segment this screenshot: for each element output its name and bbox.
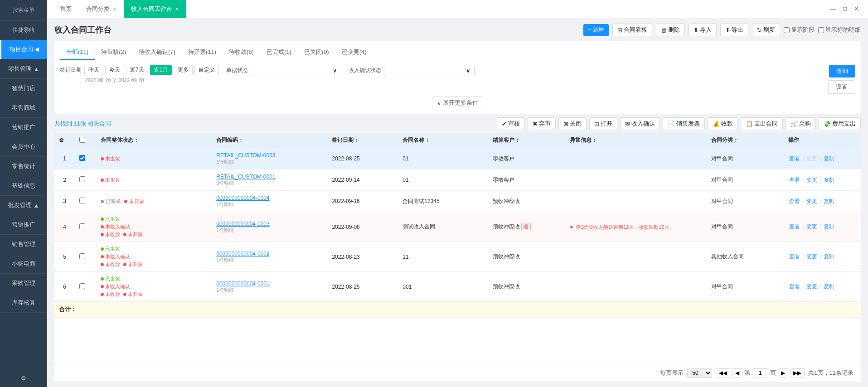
sidebar-item-marketing2[interactable]: 营销推广 (0, 215, 47, 235)
sidebar-item-marketing[interactable]: 营销推广 (0, 118, 47, 137)
cell-checkbox[interactable] (75, 169, 96, 191)
action-receipt[interactable]: 💰 收款 (708, 117, 738, 130)
sidebar-item-batch-mgmt[interactable]: 批发管理 ▲ (0, 196, 47, 215)
op-copy[interactable]: 复制 (824, 155, 834, 162)
op-view[interactable]: 查看 (789, 283, 800, 290)
expand-conditions-button[interactable]: ∨ 展开更多条件 (432, 97, 483, 109)
sidebar-item-inventory[interactable]: 库存核算 (0, 293, 47, 313)
sidebar-item-purchase[interactable]: 采购管理 (0, 274, 47, 293)
tab-income-workbench-close[interactable]: ✕ (175, 0, 179, 18)
action-close[interactable]: ⊠ 关闭 (558, 117, 587, 130)
doc-status-select[interactable]: ∨ (251, 65, 341, 76)
date-btn-last1m[interactable]: 近1月 (150, 65, 172, 75)
action-expense-out2[interactable]: 💸 费用支出 (819, 117, 861, 130)
action-open[interactable]: ⊡ 打开 (589, 117, 617, 130)
sidebar-item-retail-mgmt[interactable]: 零售管理 ▲ (0, 59, 47, 79)
new-button[interactable]: + 新增 (583, 24, 609, 36)
status-tab-completed[interactable]: 已完成(1) (260, 45, 298, 60)
row-checkbox[interactable] (79, 176, 85, 182)
action-review[interactable]: ✔ 审核 (497, 117, 525, 130)
sidebar-item-project[interactable]: 项目合同 ◀ (0, 40, 47, 59)
row-checkbox[interactable] (79, 155, 85, 161)
op-view[interactable]: 查看 (789, 155, 800, 162)
action-abandon[interactable]: ✖ 弃审 (528, 117, 556, 130)
status-tab-pending-receipt[interactable]: 待收款(8) (223, 45, 260, 60)
col-settings[interactable]: ⚙ (54, 133, 75, 148)
tab-income-workbench[interactable]: 收入合同工作台 ✕ (124, 0, 186, 18)
op-copy[interactable]: 复制 (824, 283, 834, 290)
cell-checkbox[interactable] (75, 272, 96, 302)
op-view[interactable]: 查看 (789, 223, 800, 230)
op-change[interactable]: 变更 (806, 223, 817, 230)
query-button[interactable]: 查询 (829, 65, 855, 77)
row-checkbox[interactable] (79, 223, 85, 229)
date-btn-custom[interactable]: 自定义 (194, 65, 219, 75)
op-view[interactable]: 查看 (789, 253, 800, 260)
row-checkbox[interactable] (79, 283, 85, 289)
status-tab-closed[interactable]: 已关闭(0) (298, 45, 335, 60)
op-copy[interactable]: 复制 (824, 198, 834, 204)
date-btn-last7d[interactable]: 近7天 (126, 65, 148, 75)
sidebar-item-smart-store[interactable]: 智慧门店 (0, 79, 47, 98)
status-tab-pending-invoice[interactable]: 待开票(11) (182, 45, 223, 60)
export-button[interactable]: ⬆ 导出 (720, 24, 748, 36)
tab-home[interactable]: 首页 (53, 0, 79, 18)
cell-checkbox[interactable] (75, 212, 96, 242)
status-tab-all[interactable]: 全部(11) (60, 45, 95, 60)
status-tab-pending-income[interactable]: 待收入确认(7) (132, 45, 182, 60)
op-copy[interactable]: 复制 (824, 223, 834, 230)
cell-checkbox[interactable] (75, 191, 96, 212)
op-change[interactable]: 变更 (806, 283, 817, 290)
show-detail-checkbox[interactable]: 显示标的明细 (818, 26, 861, 34)
tab-contract-category[interactable]: 合同分类 ✕ (79, 0, 124, 18)
cell-checkbox[interactable] (75, 242, 96, 272)
op-change[interactable]: 变更 (806, 198, 817, 204)
sidebar-item-retail-stats[interactable]: 零售统计 (0, 157, 47, 176)
settings-button[interactable]: 设置 (828, 80, 855, 94)
window-minimize[interactable]: — (826, 5, 839, 12)
delete-button[interactable]: 🗑 删除 (656, 24, 685, 36)
show-detail-input[interactable] (818, 27, 824, 33)
contract-board-button[interactable]: ⊞ 合同看板 (612, 24, 652, 36)
sidebar-settings[interactable]: ⚙ (0, 369, 47, 387)
action-income-confirm[interactable]: ✉ 收入确认 (620, 117, 660, 130)
page-number-input[interactable] (752, 368, 768, 377)
date-btn-yesterday[interactable]: 昨天 (84, 65, 103, 75)
sidebar-item-basic-info[interactable]: 基础信息 (0, 176, 47, 196)
window-close[interactable]: ✕ (850, 5, 863, 12)
date-btn-more[interactable]: 更多 (174, 65, 193, 75)
contract-code-link[interactable]: RETAIL_CUSTOM-0003 (216, 152, 275, 159)
row-checkbox[interactable] (79, 198, 85, 203)
page-next-button[interactable]: ▶ (778, 368, 788, 377)
op-copy[interactable]: 复制 (824, 253, 834, 260)
income-confirm-select[interactable]: ∨ (384, 65, 475, 76)
tab-contract-category-close[interactable]: ✕ (112, 0, 116, 18)
sidebar-item-retail-mall[interactable]: 零售商城 (0, 98, 47, 118)
op-view[interactable]: 查看 (789, 198, 800, 204)
contract-code-link[interactable]: 0000000000004-0001 (216, 281, 269, 287)
select-all-checkbox[interactable] (79, 137, 85, 143)
action-purchase[interactable]: 🛒 采购 (786, 117, 816, 130)
sidebar-quick-nav[interactable]: 快捷导航 (0, 21, 47, 40)
op-change[interactable]: 变更 (806, 253, 817, 260)
action-expense-out[interactable]: 📋 支出合同 (741, 117, 783, 130)
op-copy[interactable]: 复制 (824, 177, 834, 183)
date-btn-today[interactable]: 今天 (105, 65, 124, 75)
page-last-button[interactable]: ▶▶ (790, 368, 805, 377)
cell-checkbox[interactable] (75, 148, 96, 169)
page-size-select[interactable]: 50 100 200 (687, 368, 712, 378)
sidebar-item-ecommerce[interactable]: 小畅电商 (0, 254, 47, 274)
sidebar-item-sales-mgmt[interactable]: 销售管理 (0, 235, 47, 254)
page-first-button[interactable]: ◀◀ (716, 368, 730, 377)
show-segment-checkbox[interactable]: 显示阶段 (784, 26, 815, 34)
status-tab-pending-review[interactable]: 待审核(2) (95, 45, 132, 60)
op-change[interactable]: 变更 (806, 177, 817, 183)
col-checkbox[interactable] (75, 133, 96, 148)
contract-code-link[interactable]: 0000000000004-0002 (216, 251, 269, 257)
action-sales-invoice[interactable]: 📄 销售发票 (663, 117, 705, 130)
op-view[interactable]: 查看 (789, 177, 800, 183)
page-prev-button[interactable]: ◀ (732, 368, 742, 377)
window-maximize[interactable]: □ (839, 5, 850, 12)
refresh-button[interactable]: ↻ 刷新 (752, 24, 780, 36)
contract-code-link[interactable]: 0000000000004-0003 (216, 221, 269, 227)
